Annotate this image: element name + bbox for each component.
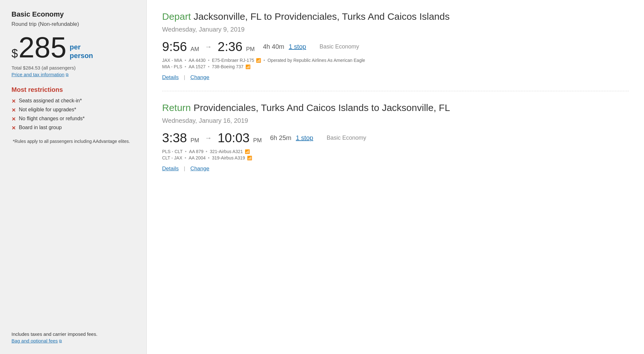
fare-type: Basic Economy [11, 10, 135, 18]
dot-2 [208, 60, 209, 61]
return-segment-2: CLT - JAX AA 2004 319-Airbus A319 📶 [162, 155, 629, 160]
restriction-item-2: ✕ Not eligible for upgrades* [11, 107, 135, 113]
return-direction-word: Return [162, 102, 191, 113]
depart-heading: Depart Jacksonville, FL to Providenciale… [162, 10, 629, 23]
per-person: perperson [70, 43, 93, 62]
return-date: Wednesday, January 16, 2019 [162, 117, 629, 124]
depart-segment-1: JAX - MIA AA 4430 E75-Embraer RJ-175 📶 O… [162, 58, 629, 63]
bag-fees-link[interactable]: Bag and optional fees ⧉ [11, 338, 62, 343]
restriction-item-3: ✕ No flight changes or refunds* [11, 116, 135, 122]
return-section: Return Providenciales, Turks And Caicos … [162, 91, 629, 172]
return-separator: | [184, 166, 185, 172]
dot-6 [185, 151, 186, 152]
return-duration-stops: 6h 25m 1 stop [270, 134, 313, 142]
return-route-text: Providenciales, Turks And Caicos Islands… [193, 102, 450, 113]
wifi-icon-1: 📶 [256, 58, 261, 63]
restrictions-title: Most restrictions [11, 86, 135, 93]
return-times-row: 3:38 PM → 10:03 PM 6h 25m 1 stop Basic E… [162, 131, 629, 145]
return-details-link[interactable]: Details [162, 166, 179, 172]
depart-duration-stops: 4h 40m 1 stop [263, 43, 306, 50]
dot-9 [208, 157, 209, 159]
depart-duration: 4h 40m [263, 43, 284, 50]
includes-text: Includes taxes and carrier imposed fees. [11, 331, 135, 337]
x-icon-2: ✕ [11, 107, 16, 113]
dot-5 [208, 66, 209, 67]
return-depart-time: 3:38 PM [162, 131, 199, 145]
restriction-item-1: ✕ Seats assigned at check-in* [11, 98, 135, 104]
depart-separator: | [184, 74, 185, 81]
return-change-link[interactable]: Change [190, 166, 209, 172]
return-duration: 6h 25m [270, 134, 291, 142]
depart-segment-2: MIA - PLS AA 1527 738-Boeing 737 📶 [162, 64, 629, 69]
restriction-item-4: ✕ Board in last group [11, 125, 135, 131]
round-trip-label: Round trip (Non-refundable) [11, 21, 135, 27]
depart-actions-row: Details | Change [162, 74, 629, 81]
price-amount: 285 [19, 33, 66, 62]
return-heading: Return Providenciales, Turks And Caicos … [162, 101, 629, 114]
return-segment-1: PLS - CLT AA 879 321-Airbus A321 📶 [162, 149, 629, 154]
wifi-icon-2: 📶 [245, 64, 251, 69]
right-panel: Depart Jacksonville, FL to Providenciale… [147, 0, 644, 354]
dot-4 [185, 66, 186, 67]
bottom-section: Includes taxes and carrier imposed fees.… [11, 331, 135, 344]
depart-arrive-time: 2:36 PM [218, 40, 255, 54]
depart-direction-word: Depart [162, 11, 191, 22]
dot-3 [264, 60, 265, 61]
depart-times-row: 9:56 AM → 2:36 PM 4h 40m 1 stop Basic Ec… [162, 40, 629, 54]
x-icon-3: ✕ [11, 116, 16, 122]
return-arrow-icon: → [205, 134, 212, 142]
depart-fare-class: Basic Economy [319, 43, 359, 50]
dot-1 [185, 60, 186, 61]
return-actions-row: Details | Change [162, 166, 629, 172]
dot-8 [185, 157, 186, 159]
depart-date: Wednesday, January 9, 2019 [162, 26, 629, 33]
return-fare-class: Basic Economy [326, 135, 366, 141]
return-stops-link[interactable]: 1 stop [296, 134, 313, 142]
price-row: $ 285 perperson [11, 33, 135, 62]
return-arrive-time: 10:03 PM [218, 131, 262, 145]
price-tax-link[interactable]: Price and tax information ⧉ [11, 72, 135, 77]
depart-time: 9:56 AM [162, 40, 199, 54]
depart-details-link[interactable]: Details [162, 74, 179, 81]
depart-stops-link[interactable]: 1 stop [289, 43, 306, 50]
total-price: Total $284.53 (all passengers) [11, 65, 135, 70]
depart-route-text: Jacksonville, FL to Providenciales, Turk… [193, 11, 450, 22]
wifi-icon-3: 📶 [245, 149, 250, 154]
depart-section: Depart Jacksonville, FL to Providenciale… [162, 10, 629, 81]
left-panel: Basic Economy Round trip (Non-refundable… [0, 0, 147, 354]
restriction-note: *Rules apply to all passengers including… [13, 139, 135, 144]
external-link-icon: ⧉ [66, 72, 69, 77]
wifi-icon-4: 📶 [247, 156, 252, 160]
bag-fees-external-icon: ⧉ [59, 339, 62, 343]
x-icon-1: ✕ [11, 98, 16, 104]
depart-change-link[interactable]: Change [190, 74, 209, 81]
restriction-list: ✕ Seats assigned at check-in* ✕ Not elig… [11, 98, 135, 134]
x-icon-4: ✕ [11, 125, 16, 131]
dot-7 [206, 151, 207, 152]
depart-arrow-icon: → [205, 43, 212, 51]
dollar-sign: $ [11, 48, 18, 59]
